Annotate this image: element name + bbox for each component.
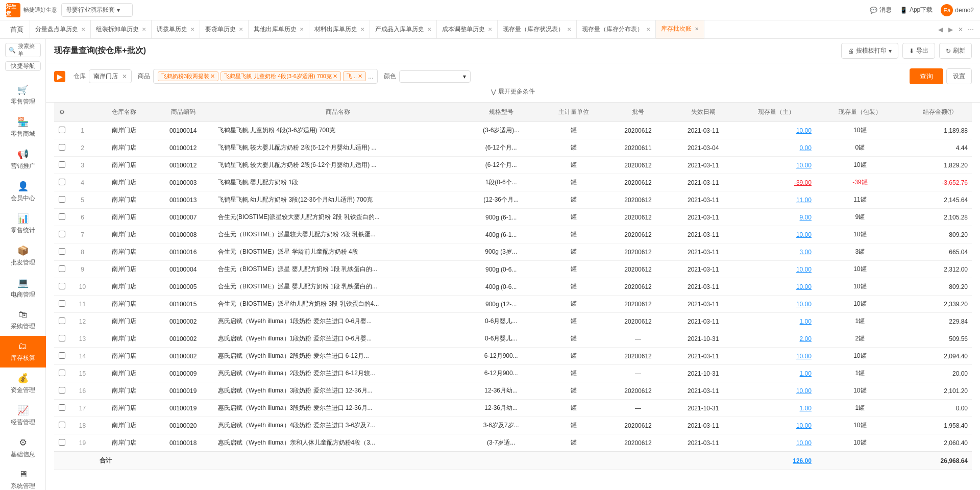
tag-close-icon[interactable]: ✕ (358, 73, 362, 80)
td-qty-main[interactable]: 10.00 (738, 122, 816, 139)
tag-close-icon[interactable]: ✕ (210, 73, 215, 80)
tab-prev-btn[interactable]: ◀ (935, 24, 945, 35)
tab-more-btn[interactable]: ⋯ (966, 24, 976, 35)
td-qty-main[interactable]: 0.00 (738, 139, 816, 157)
td-qty-main[interactable]: 1.00 (738, 400, 816, 417)
export-btn[interactable]: ⬇ 导出 (902, 43, 935, 59)
expand-btn[interactable]: ▶ (54, 71, 65, 82)
tab-close-icon[interactable]: ✕ (488, 27, 492, 32)
td-checkbox[interactable] (54, 348, 69, 365)
tab-close-icon[interactable]: ✕ (646, 27, 650, 32)
user-profile-btn[interactable]: Ea demo2 (941, 4, 974, 16)
search-menu-btn[interactable]: 🔍 搜索菜单 (5, 43, 41, 57)
sidebar-item-marketing[interactable]: 📢 营销推广 (0, 143, 46, 176)
tab-close-icon[interactable]: ✕ (142, 27, 146, 32)
tab-close-icon[interactable]: ✕ (567, 27, 571, 32)
tab-xianzaifenpei[interactable]: 现存量（库存分布表） ✕ (577, 20, 656, 39)
td-checkbox[interactable] (54, 417, 69, 434)
td-checkbox[interactable] (54, 365, 69, 382)
sidebar-item-member[interactable]: 👤 会员中心 (0, 176, 46, 208)
sidebar-item-retail-shop[interactable]: 🏪 零售商城 (0, 111, 46, 143)
td-checkbox[interactable] (54, 278, 69, 296)
tab-chengpinru[interactable]: 产成品入库单历史 ✕ (370, 20, 437, 39)
sidebar-item-wholesale[interactable]: 📦 批发管理 (0, 240, 46, 272)
td-qty-main[interactable]: 9.00 (738, 209, 816, 226)
td-checkbox[interactable] (54, 296, 69, 313)
tab-close-icon[interactable]: ✕ (239, 27, 243, 32)
td-qty-main[interactable]: 10.00 (738, 382, 816, 400)
tab-close-icon[interactable]: ✕ (360, 27, 364, 32)
color-input[interactable]: ▾ (399, 70, 471, 83)
td-checkbox[interactable] (54, 330, 69, 348)
td-checkbox[interactable] (54, 243, 69, 261)
td-qty-main[interactable]: 10.00 (738, 434, 816, 452)
td-checkbox[interactable] (54, 313, 69, 330)
td-checkbox[interactable] (54, 434, 69, 452)
td-qty-main[interactable]: 1.00 (738, 365, 816, 382)
sidebar-item-ecommerce[interactable]: 💻 电商管理 (0, 272, 46, 304)
td-qty-main[interactable]: 2.00 (738, 330, 816, 348)
product-tags[interactable]: 飞鹤奶粉3段两提装 ✕ 飞鹤星飞帆 儿童奶粉 4段(3-6岁适用) 700克 ✕… (153, 69, 378, 84)
td-qty-main[interactable]: 10.00 (738, 278, 816, 296)
td-checkbox[interactable] (54, 174, 69, 191)
sidebar-item-finance[interactable]: 💰 资金管理 (0, 368, 46, 400)
quick-nav-btn[interactable]: 快捷导航 (5, 61, 41, 71)
td-checkbox[interactable] (54, 209, 69, 226)
td-qty-main[interactable]: 10.00 (738, 348, 816, 365)
tab-close-icon[interactable]: ✕ (190, 27, 194, 32)
sidebar-item-system[interactable]: 🖥 系统管理 (0, 464, 46, 490)
template-print-btn[interactable]: 🖨 按模板打印 ▾ (841, 43, 898, 59)
tab-close-icon[interactable]: ✕ (695, 26, 699, 32)
tab-yaohuo[interactable]: 要货单历史 ✕ (200, 20, 249, 39)
th-settings[interactable]: ⚙ (54, 103, 69, 122)
sidebar-item-purchase[interactable]: 🛍 采购管理 (0, 304, 46, 336)
sidebar-item-retail-stat[interactable]: 📊 零售统计 (0, 208, 46, 240)
td-checkbox[interactable] (54, 400, 69, 417)
tab-diaobo[interactable]: 调拨单历史 ✕ (152, 20, 200, 39)
td-checkbox[interactable] (54, 122, 69, 139)
sidebar-item-basic[interactable]: ⚙ 基础信息 (0, 432, 46, 464)
tab-next-btn[interactable]: ▶ (945, 24, 955, 35)
query-button[interactable]: 查询 (910, 68, 943, 84)
tab-home[interactable]: 首页 (4, 20, 30, 39)
td-qty-main[interactable]: 10.00 (738, 157, 816, 174)
industry-selector[interactable]: 母婴行业演示账套 ▾ (61, 3, 133, 17)
tab-zuzhai[interactable]: 组装拆卸单历史 ✕ (91, 20, 152, 39)
td-qty-main[interactable]: 1.00 (738, 313, 816, 330)
close-icon[interactable]: ✕ (122, 73, 127, 80)
tab-cailiachu[interactable]: 材料出库单历史 ✕ (309, 20, 370, 39)
td-qty-main[interactable]: 10.00 (738, 261, 816, 278)
orange-expand-icon[interactable]: ▶ (54, 71, 65, 82)
sidebar-item-inventory[interactable]: 🗂 库存核算 (0, 336, 46, 368)
tab-fenban[interactable]: 分量盘点单历史 ✕ (30, 20, 91, 39)
warehouse-input[interactable]: 南岸门店 ✕ (89, 69, 132, 83)
tab-close-icon[interactable]: ✕ (300, 27, 304, 32)
refresh-btn[interactable]: ↻ 刷新 (939, 43, 972, 59)
tab-chengben[interactable]: 成本调整单历史 ✕ (437, 20, 498, 39)
tab-close-all-btn[interactable]: ✕ (955, 24, 966, 35)
settings-button[interactable]: 设置 (946, 68, 972, 84)
td-checkbox[interactable] (54, 139, 69, 157)
app-download-btn[interactable]: 📱 App下载 (900, 6, 933, 14)
tab-pici[interactable]: 库存批次账 ✕ (656, 20, 704, 39)
sidebar-item-retail-mgmt[interactable]: 🛒 零售管理 (0, 79, 46, 111)
td-qty-main[interactable]: 11.00 (738, 191, 816, 209)
td-qty-main[interactable]: 10.00 (738, 226, 816, 243)
message-btn[interactable]: 💬 消息 (870, 6, 892, 14)
sidebar-item-operation[interactable]: 📈 经营管理 (0, 400, 46, 432)
tab-close-icon[interactable]: ✕ (427, 27, 431, 32)
tag-close-icon[interactable]: ✕ (333, 73, 337, 80)
td-qty-main[interactable]: 3.00 (738, 243, 816, 261)
td-checkbox[interactable] (54, 382, 69, 400)
tab-qitachu[interactable]: 其他出库单历史 ✕ (249, 20, 309, 39)
expand-more-btn[interactable]: ⋁ 展开更多条件 (54, 84, 972, 97)
tab-xianzaikucun[interactable]: 现存量（库存状况表） ✕ (498, 20, 577, 39)
td-qty-main[interactable]: 10.00 (738, 417, 816, 434)
td-checkbox[interactable] (54, 226, 69, 243)
td-checkbox[interactable] (54, 157, 69, 174)
td-qty-main[interactable]: -39.00 (738, 174, 816, 191)
td-qty-main[interactable]: 10.00 (738, 296, 816, 313)
tab-close-icon[interactable]: ✕ (81, 27, 85, 32)
td-checkbox[interactable] (54, 191, 69, 209)
td-checkbox[interactable] (54, 261, 69, 278)
